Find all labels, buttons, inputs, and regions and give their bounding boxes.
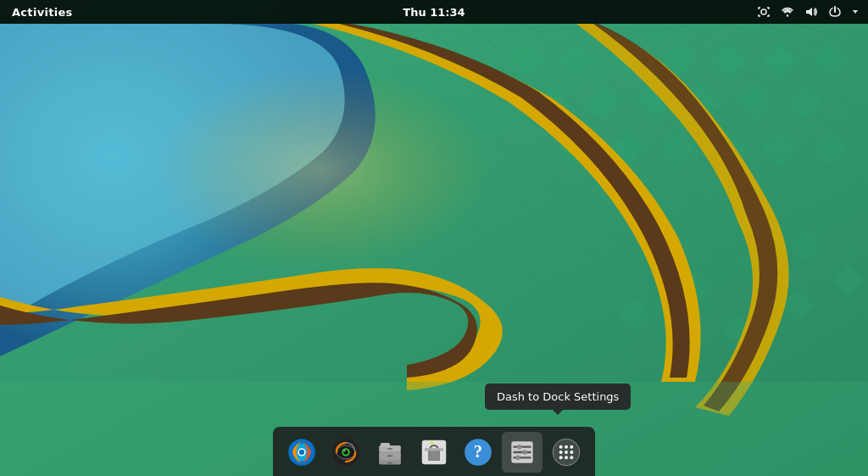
svg-point-77 [515,456,520,461]
svg-point-45 [761,9,766,14]
screenshot-tray-icon[interactable] [754,3,773,21]
svg-point-1 [153,68,492,272]
svg-point-79 [559,445,563,449]
dock: ? [273,427,595,476]
dock-ubuntu-software-icon[interactable] [326,432,366,473]
svg-point-86 [565,456,568,459]
system-tray [754,3,861,21]
svg-rect-64 [387,462,392,464]
svg-point-57 [343,450,345,451]
svg-rect-67 [425,448,443,451]
power-menu-arrow[interactable] [849,3,861,21]
svg-marker-48 [853,10,858,14]
wallpaper [0,0,868,476]
volume-tray-icon[interactable] [802,3,821,21]
svg-point-83 [565,451,568,454]
svg-point-52 [299,450,304,455]
activities-button[interactable]: Activities [7,6,78,19]
svg-marker-47 [806,8,812,16]
svg-point-68 [431,441,433,444]
svg-point-87 [570,456,573,459]
dock-help-icon[interactable]: ? [458,432,498,473]
svg-point-82 [559,451,563,454]
dock-software-store-icon[interactable] [414,432,454,473]
topbar: Activities Thu 11:34 [0,0,868,24]
clock: Thu 11:34 [403,6,465,19]
dock-dash-settings-icon[interactable] [502,432,542,473]
desktop: Activities Thu 11:34 [0,0,868,476]
svg-point-80 [565,445,568,449]
dock-firefox-icon[interactable] [281,432,322,473]
network-tray-icon[interactable] [778,3,797,21]
dock-files-icon[interactable] [370,432,410,473]
power-tray-icon[interactable] [826,3,844,21]
svg-rect-65 [381,443,390,447]
svg-point-85 [559,456,563,459]
svg-point-84 [570,451,573,454]
svg-rect-63 [387,456,392,457]
topbar-left: Activities [7,6,78,19]
svg-point-81 [570,445,573,449]
svg-point-76 [522,450,527,455]
dock-app-grid-icon[interactable] [546,432,587,473]
svg-text:?: ? [474,442,482,461]
svg-point-75 [517,445,522,450]
svg-rect-62 [387,448,392,450]
svg-point-46 [787,14,788,16]
